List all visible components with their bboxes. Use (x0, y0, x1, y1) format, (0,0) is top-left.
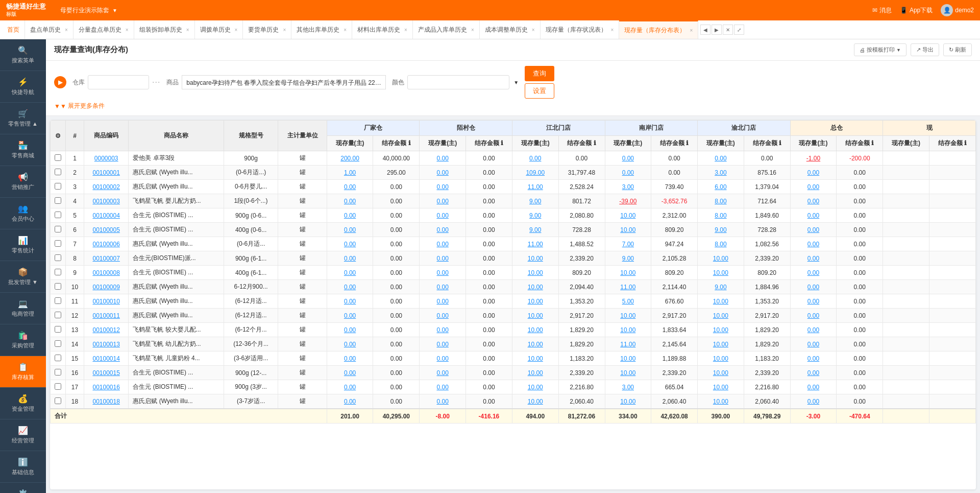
sidebar-item-marketing[interactable]: 📢 营销推广 (0, 166, 46, 198)
cell-ybq-qty[interactable]: 10.00 (698, 351, 744, 366)
close-icon[interactable]: × (404, 27, 407, 33)
cell-checkbox[interactable] (51, 266, 66, 280)
cell-cfq-qty[interactable]: 0.00 (327, 394, 373, 409)
cell-code[interactable]: 00100014 (84, 351, 129, 366)
cell-total-qty[interactable]: 0.00 (790, 251, 837, 266)
cell-mcq-qty[interactable]: 0.00 (420, 194, 466, 208)
sidebar-item-inventory[interactable]: 📋 库存核算 (0, 356, 46, 388)
cell-checkbox[interactable] (51, 251, 66, 266)
sidebar-item-wholesale[interactable]: 📦 批发管理 ▼ (0, 261, 46, 293)
industry-selector[interactable]: 母婴行业演示陈套 ▼ (60, 6, 117, 15)
cell-ybq-qty[interactable]: 10.00 (698, 251, 744, 266)
color-input[interactable] (407, 75, 509, 89)
cell-ybq-qty[interactable]: 8.00 (698, 194, 744, 208)
cell-naq-qty[interactable]: 7.00 (605, 237, 651, 251)
cell-checkbox[interactable] (51, 394, 66, 409)
cell-total-qty[interactable]: 0.00 (790, 194, 837, 208)
cell-naq-qty[interactable]: 10.00 (605, 223, 651, 237)
cell-checkbox[interactable] (51, 208, 66, 223)
close-icon[interactable]: × (65, 27, 68, 33)
cell-total-qty[interactable]: 0.00 (790, 337, 837, 351)
cell-cfq-qty[interactable]: 0.00 (327, 223, 373, 237)
sidebar-item-search[interactable]: 🔍 搜索英单 (0, 39, 46, 71)
tab-assembly[interactable]: 组装拆卸单历史 × (134, 20, 195, 39)
user-menu[interactable]: 👤 demo2 (941, 4, 974, 16)
cell-checkbox[interactable] (51, 380, 66, 394)
cell-total-qty[interactable]: 0.00 (790, 351, 837, 366)
cell-code[interactable]: 00100010 (84, 294, 129, 309)
cell-checkbox[interactable] (51, 366, 66, 380)
cell-checkbox[interactable] (51, 337, 66, 351)
cell-code[interactable]: 00100018 (84, 394, 129, 409)
cell-jbq-qty[interactable]: 10.00 (512, 251, 558, 266)
cell-cfq-qty[interactable]: 0.00 (327, 280, 373, 294)
cell-jbq-qty[interactable]: 11.00 (512, 237, 558, 251)
cell-naq-qty[interactable]: 10.00 (605, 366, 651, 380)
cell-code[interactable]: 00100003 (84, 194, 129, 208)
cell-ybq-qty[interactable]: 10.00 (698, 323, 744, 337)
cell-naq-qty[interactable]: 0.00 (605, 151, 651, 166)
cell-mcq-qty[interactable]: 0.00 (420, 237, 466, 251)
cell-checkbox[interactable] (51, 237, 66, 251)
cell-naq-qty[interactable]: -39.00 (605, 194, 651, 208)
cell-naq-qty[interactable]: 3.00 (605, 380, 651, 394)
cell-mcq-qty[interactable]: 0.00 (420, 280, 466, 294)
cell-code[interactable]: 00100015 (84, 366, 129, 380)
cell-code[interactable]: 00100005 (84, 223, 129, 237)
cell-code[interactable]: 00100002 (84, 180, 129, 194)
message-btn[interactable]: ✉ 消息 (872, 6, 892, 15)
cell-cfq-qty[interactable]: 0.00 (327, 323, 373, 337)
warehouse-input[interactable] (88, 75, 149, 89)
cell-jbq-qty[interactable]: 11.00 (512, 180, 558, 194)
cell-cfq-qty[interactable]: 0.00 (327, 194, 373, 208)
cell-jbq-qty[interactable]: 9.00 (512, 223, 558, 237)
tab-outbound[interactable]: 其他出库单历史 × (291, 20, 352, 39)
sidebar-item-system[interactable]: ⚙️ 系统管理 (0, 483, 46, 493)
cell-jbq-qty[interactable]: 109.00 (512, 166, 558, 180)
cell-jbq-qty[interactable]: 10.00 (512, 266, 558, 280)
cell-code[interactable]: 00100012 (84, 323, 129, 337)
cell-cfq-qty[interactable]: 0.00 (327, 309, 373, 323)
cell-ybq-qty[interactable]: 9.00 (698, 223, 744, 237)
cell-code[interactable]: 00100011 (84, 309, 129, 323)
cell-total-qty[interactable]: 0.00 (790, 323, 837, 337)
cell-code[interactable]: 00100016 (84, 380, 129, 394)
cell-total-qty[interactable]: 0.00 (790, 266, 837, 280)
cell-cfq-qty[interactable]: 0.00 (327, 351, 373, 366)
close-icon[interactable]: × (344, 27, 347, 33)
nav-prev-btn[interactable]: ◀ (700, 25, 710, 35)
cell-ybq-qty[interactable]: 3.00 (698, 166, 744, 180)
cell-code[interactable]: 00100013 (84, 337, 129, 351)
close-icon[interactable]: × (532, 27, 535, 33)
cell-naq-qty[interactable]: 3.00 (605, 180, 651, 194)
cell-checkbox[interactable] (51, 166, 66, 180)
cell-cfq-qty[interactable]: 0.00 (327, 237, 373, 251)
setting-btn[interactable]: 设置 (525, 83, 554, 99)
cell-code[interactable]: 00100009 (84, 280, 129, 294)
cell-mcq-qty[interactable]: 0.00 (420, 151, 466, 166)
cell-jbq-qty[interactable]: 0.00 (512, 151, 558, 166)
cell-cfq-qty[interactable]: 0.00 (327, 180, 373, 194)
cell-total-qty[interactable]: 0.00 (790, 309, 837, 323)
cell-naq-qty[interactable]: 11.00 (605, 337, 651, 351)
cell-total-qty[interactable]: 0.00 (790, 208, 837, 223)
sidebar-item-operations[interactable]: 📈 经营管理 (0, 419, 46, 451)
sidebar-item-retail-stats[interactable]: 📊 零售统计 (0, 229, 46, 261)
close-icon[interactable]: × (690, 28, 693, 33)
cell-jbq-qty[interactable]: 9.00 (512, 208, 558, 223)
sidebar-item-finance[interactable]: 💰 资金管理 (0, 388, 46, 419)
tab-partial-check[interactable]: 分量盘点单历史 × (74, 20, 134, 39)
cell-cfq-qty[interactable]: 1.00 (327, 166, 373, 180)
cell-code[interactable]: 00100004 (84, 208, 129, 223)
cell-naq-qty[interactable]: 10.00 (605, 394, 651, 409)
cell-code[interactable]: 00100008 (84, 266, 129, 280)
cell-mcq-qty[interactable]: 0.00 (420, 323, 466, 337)
cell-total-qty[interactable]: 0.00 (790, 280, 837, 294)
cell-naq-qty[interactable]: 11.00 (605, 280, 651, 294)
cell-mcq-qty[interactable]: 0.00 (420, 180, 466, 194)
filter-toggle-btn[interactable]: ▶ (54, 76, 66, 88)
cell-naq-qty[interactable]: 10.00 (605, 351, 651, 366)
cell-code[interactable]: 0000003 (84, 151, 129, 166)
cell-mcq-qty[interactable]: 0.00 (420, 337, 466, 351)
warehouse-more-btn[interactable]: ··· (152, 78, 160, 87)
